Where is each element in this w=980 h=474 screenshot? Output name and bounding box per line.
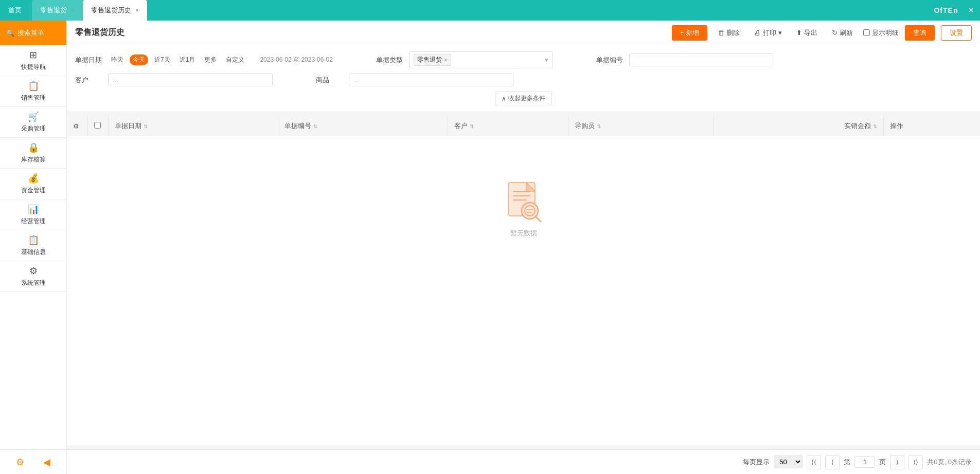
date-option-today[interactable]: 今天 <box>130 54 148 65</box>
inventory-icon: 🔒 <box>28 142 39 153</box>
tab-retail-return-history[interactable]: 零售退货历史 × <box>83 0 147 21</box>
sidebar-item-quick-nav-label: 快捷导航 <box>21 63 46 71</box>
date-range-text: 2023-06-02 至 2023-06-02 <box>260 56 332 64</box>
sidebar-item-operations[interactable]: 📊 经营管理 <box>0 199 66 230</box>
tab-retail-return-label: 零售退货 <box>40 6 67 15</box>
date-option-more[interactable]: 更多 <box>201 54 220 65</box>
doc-type-remove-icon[interactable]: × <box>444 57 448 64</box>
th-doc-no: 单据编号 ⇅ <box>278 116 448 136</box>
filter-row-1: 单据日期 昨天 今天 近7天 近1月 更多 自定义 2023-06-02 至 2… <box>75 51 972 68</box>
refresh-icon: ↻ <box>832 29 838 37</box>
window-close-button[interactable]: × <box>968 5 974 16</box>
settings-bottom-icon[interactable]: ⚙ <box>16 457 24 468</box>
doc-no-label: 单据编号 <box>596 56 625 65</box>
th-settings[interactable]: ⚙ <box>67 116 87 136</box>
sidebar-menu: ⊞ 快捷导航 📋 销售管理 🛒 采购管理 🔒 库存核算 💰 资金管理 📊 <box>0 45 66 449</box>
display-detail-checkbox[interactable]: 显示明细 <box>863 28 899 38</box>
page-size-select[interactable]: 20 50 100 <box>774 455 803 468</box>
sidebar-item-finance[interactable]: 💰 资金管理 <box>0 169 66 199</box>
current-page-input[interactable] <box>854 456 875 468</box>
date-option-yesterday[interactable]: 昨天 <box>108 54 127 65</box>
date-filter-label: 单据日期 <box>75 56 104 65</box>
table-body: 暂无数据 <box>67 136 980 280</box>
header-actions: + 新增 🗑 删除 🖨 打印 ▾ ⬆ 导出 ↻ 刷新 <box>672 25 972 41</box>
sidebar-item-operations-label: 经营管理 <box>21 217 46 226</box>
th-customer: 客户 ⇅ <box>448 116 568 136</box>
search-icon: 🔍 <box>6 29 14 37</box>
empty-state-cell: 暂无数据 <box>67 136 980 280</box>
date-options: 昨天 今天 近7天 近1月 更多 自定义 <box>108 54 247 65</box>
filter-customer: 客户 ... <box>75 74 273 86</box>
customer-sort-icon[interactable]: ⇅ <box>470 123 474 129</box>
empty-state-text: 暂无数据 <box>510 229 537 238</box>
finance-icon: 💰 <box>28 173 39 184</box>
empty-state-row: 暂无数据 <box>67 136 980 280</box>
tab-retail-return[interactable]: 零售退货 × <box>32 0 83 21</box>
brand-label: OfTEn <box>934 6 958 14</box>
print-button[interactable]: 🖨 打印 ▾ <box>750 26 786 40</box>
th-doc-date: 单据日期 ⇅ <box>108 116 278 136</box>
print-label: 打印 <box>763 28 776 38</box>
system-mgmt-icon: ⚙ <box>29 265 38 277</box>
date-option-1month[interactable]: 近1月 <box>176 54 199 65</box>
th-action-label: 操作 <box>890 122 903 130</box>
date-option-7days[interactable]: 近7天 <box>151 54 173 65</box>
guide-sort-icon[interactable]: ⇅ <box>597 123 601 129</box>
customer-select[interactable]: ... <box>108 74 273 86</box>
table-header-row: ⚙ 单据日期 ⇅ 单据编号 <box>67 116 980 136</box>
doc-type-label: 单据类型 <box>376 56 405 65</box>
doc-type-dropdown-icon: ▾ <box>545 56 548 64</box>
customer-label: 客户 <box>75 76 104 85</box>
page-title: 零售退货历史 <box>75 27 124 38</box>
doc-no-sort-icon[interactable]: ⇅ <box>313 123 317 129</box>
sidebar-search[interactable]: 🔍 搜索菜单 <box>0 21 66 45</box>
collapse-sidebar-icon[interactable]: ◀ <box>43 457 50 468</box>
tab-retail-return-history-close[interactable]: × <box>135 7 139 14</box>
collapse-filter-button[interactable]: ∧ 收起更多条件 <box>495 92 552 105</box>
doc-date-sort-icon[interactable]: ⇅ <box>144 123 148 129</box>
next-page-button[interactable]: ⟩ <box>890 455 904 469</box>
settings-button[interactable]: 设置 <box>941 25 972 41</box>
first-page-button[interactable]: ⟨⟨ <box>807 455 821 469</box>
delete-button[interactable]: 🗑 删除 <box>714 26 744 40</box>
sidebar-item-sales-mgmt[interactable]: 📋 销售管理 <box>0 76 66 107</box>
prev-page-button[interactable]: ⟨ <box>825 455 840 469</box>
sidebar-item-sales-mgmt-label: 销售管理 <box>21 94 46 102</box>
doc-type-select[interactable]: 零售退货 × ▾ <box>409 51 553 68</box>
date-option-custom[interactable]: 自定义 <box>223 54 247 65</box>
delete-icon: 🗑 <box>718 29 724 37</box>
operations-icon: 📊 <box>28 204 39 215</box>
content-area: 零售退货历史 + 新增 🗑 删除 🖨 打印 ▾ ⬆ 导出 ↻ <box>67 21 980 474</box>
doc-type-tag-value: 零售退货 <box>417 56 442 64</box>
refresh-button[interactable]: ↻ 刷新 <box>828 26 857 40</box>
sidebar-item-system-mgmt[interactable]: ⚙ 系统管理 <box>0 261 66 292</box>
tab-bar: 首页 零售退货 × 零售退货历史 × <box>0 0 934 21</box>
export-label: 导出 <box>804 28 817 38</box>
table-settings-icon[interactable]: ⚙ <box>73 122 79 130</box>
sidebar-item-purchase-mgmt[interactable]: 🛒 采购管理 <box>0 107 66 138</box>
th-amount: 实销金额 ⇅ <box>714 116 883 136</box>
goods-select[interactable]: ... <box>349 74 513 86</box>
th-checkbox[interactable] <box>87 116 108 136</box>
tab-retail-return-close[interactable]: × <box>71 7 75 14</box>
select-all-checkbox[interactable] <box>94 122 101 129</box>
amount-sort-icon[interactable]: ⇅ <box>873 123 877 129</box>
sidebar-item-inventory[interactable]: 🔒 库存核算 <box>0 138 66 169</box>
query-button[interactable]: 查询 <box>905 25 935 41</box>
sidebar-search-label: 搜索菜单 <box>17 28 44 38</box>
tab-home[interactable]: 首页 <box>0 0 30 21</box>
main-layout: 🔍 搜索菜单 ⊞ 快捷导航 📋 销售管理 🛒 采购管理 🔒 库存核算 💰 <box>0 21 980 474</box>
tab-retail-return-history-label: 零售退货历史 <box>91 6 131 15</box>
doc-type-tag: 零售退货 × <box>414 54 451 66</box>
sidebar-item-basic-info[interactable]: 📋 基础信息 <box>0 230 66 261</box>
display-detail-check[interactable] <box>863 29 870 36</box>
basic-info-icon: 📋 <box>28 234 39 246</box>
page-header: 零售退货历史 + 新增 🗑 删除 🖨 打印 ▾ ⬆ 导出 ↻ <box>67 21 980 45</box>
doc-no-input[interactable] <box>629 53 773 66</box>
sales-mgmt-icon: 📋 <box>28 80 39 92</box>
sidebar-item-quick-nav[interactable]: ⊞ 快捷导航 <box>0 45 66 76</box>
new-button[interactable]: + 新增 <box>672 25 707 41</box>
sidebar-item-inventory-label: 库存核算 <box>21 155 46 164</box>
last-page-button[interactable]: ⟩⟩ <box>908 455 923 469</box>
export-button[interactable]: ⬆ 导出 <box>792 26 822 40</box>
